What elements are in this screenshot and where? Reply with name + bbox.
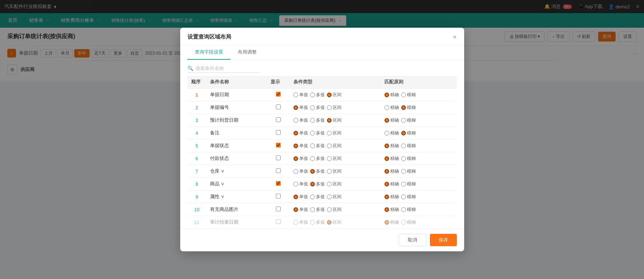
col-header-type: 条件类型: [290, 76, 381, 81]
col-header-seq: 顺序: [187, 76, 206, 81]
col-header-match: 匹配原则: [381, 76, 457, 81]
col-header-show: 显示: [267, 76, 290, 81]
dialog-title: 设置查询区域布局: [187, 34, 231, 40]
dialog-tabs: 查询字段设置 布局调整: [180, 45, 464, 60]
dialog-close-button[interactable]: ×: [453, 34, 457, 40]
search-box: 🔍: [187, 64, 260, 73]
dialog-header: 设置查询区域布局 ×: [180, 28, 464, 45]
search-icon: 🔍: [187, 66, 193, 71]
dialog-table-wrap: 顺序 条件名称 显示 条件类型 匹配原则 1单据日期单值多值区间精确模糊2单据编…: [180, 76, 464, 81]
dialog-search-area: 🔍: [180, 60, 464, 76]
modal-overlay: 设置查询区域布局 × 查询字段设置 布局调整 🔍 顺序 条件名称 显示: [0, 0, 644, 81]
conditions-table: 顺序 条件名称 显示 条件类型 匹配原则 1单据日期单值多值区间精确模糊2单据编…: [187, 76, 457, 81]
table-header-row: 顺序 条件名称 显示 条件类型 匹配原则: [187, 76, 457, 81]
dialog-tab-fields[interactable]: 查询字段设置: [187, 45, 230, 60]
settings-dialog: 设置查询区域布局 × 查询字段设置 布局调整 🔍 顺序 条件名称 显示: [180, 28, 464, 81]
search-input[interactable]: [195, 66, 260, 71]
dialog-tab-layout[interactable]: 布局调整: [230, 45, 264, 60]
col-header-name: 条件名称: [206, 76, 267, 81]
